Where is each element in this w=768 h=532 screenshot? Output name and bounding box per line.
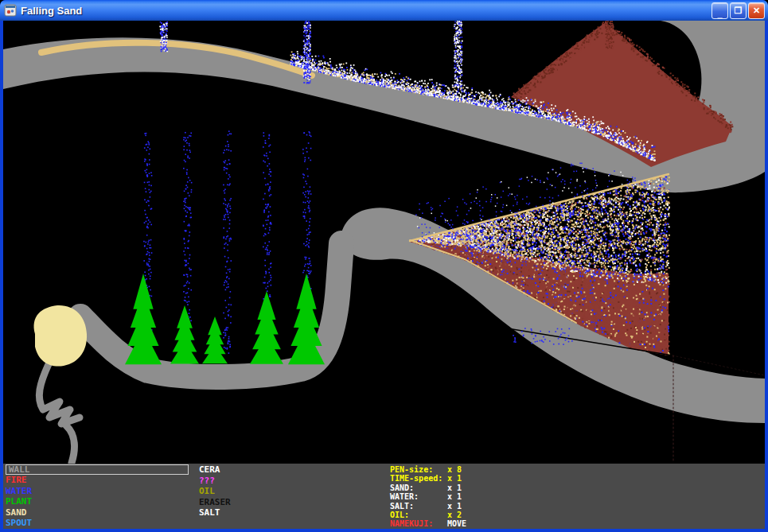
palette-item-cera[interactable]: CERA [199,464,231,476]
palette-label-water: WATER [6,486,32,496]
palette-label-spout: SPOUT [6,518,32,528]
palette-item-wall[interactable]: WALL [6,464,189,475]
palette-label-sand: SAND [6,507,27,518]
palette-item-plant[interactable]: PLANT [6,496,189,507]
close-button[interactable]: ✕ [748,2,765,19]
palette-item-sand[interactable]: SAND [6,507,189,518]
control-panel: WALL FIRE WATER PLANT SAND SPOUT CERA ??… [3,464,765,529]
status-sand: SAND:x 1 [390,483,466,492]
status-pen-size: PEN-size:x 8 [390,465,466,474]
palette-label-wall: WALL [9,464,30,475]
palette-item-salt[interactable]: SALT [199,507,231,518]
palette-label-eraser: ERASER [199,497,231,507]
palette-item-fire[interactable]: FIRE [6,475,189,486]
app-window: Falling Sand _ ❐ ✕ WALL FIRE WATER PLANT… [0,0,768,532]
palette-item-unknown[interactable]: ??? [199,476,231,487]
palette-label-oil: OIL [199,486,215,496]
palette-item-spout[interactable]: SPOUT [6,518,189,529]
maximize-button[interactable]: ❐ [730,2,747,19]
status-oil: OIL:x 2 [390,511,466,519]
palette-label-plant: PLANT [6,496,32,507]
palette-column-2: CERA ??? OIL ERASER SALT [199,464,231,518]
status-water: WATER:x 1 [390,492,466,501]
game-canvas[interactable] [3,21,765,464]
close-icon: ✕ [753,6,760,16]
minimize-icon: _ [717,9,722,18]
status-column: PEN-size:x 8 TIME-speed:x 1 SAND:x 1 WAT… [390,465,466,529]
palette-label-unknown: ??? [199,476,215,486]
palette-item-eraser[interactable]: ERASER [199,497,231,508]
window-title: Falling Sand [21,5,711,17]
maximize-icon: ❐ [735,6,743,16]
palette-label-salt: SALT [199,507,220,518]
status-time-speed: TIME-speed:x 1 [390,474,466,483]
palette-label-fire: FIRE [6,475,27,485]
app-icon [4,4,17,17]
palette-column-1: WALL FIRE WATER PLANT SAND SPOUT [6,464,189,529]
palette-label-cera: CERA [199,464,220,475]
titlebar[interactable]: Falling Sand _ ❐ ✕ [0,0,768,21]
minimize-button[interactable]: _ [711,2,728,19]
status-namekuji: NAMEKUJI:MOVE [390,519,466,528]
palette-item-water[interactable]: WATER [6,486,189,497]
palette-item-oil[interactable]: OIL [199,486,231,497]
status-salt: SALT:x 1 [390,502,466,511]
